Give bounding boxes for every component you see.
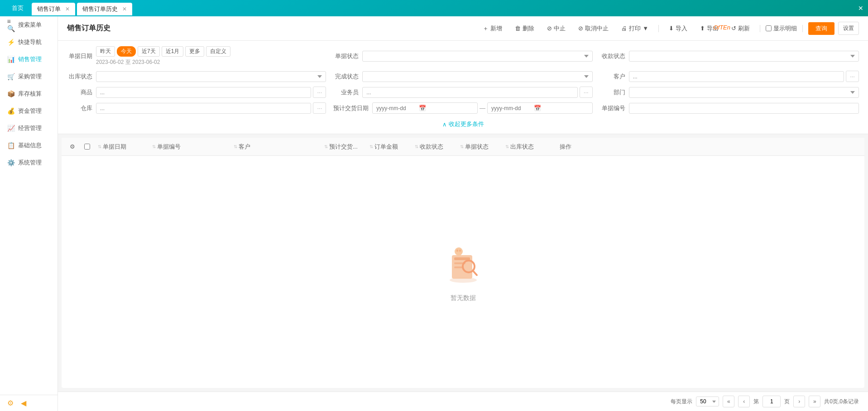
page-label-post: 页	[784, 398, 790, 406]
completion-status-select[interactable]	[362, 71, 592, 82]
sidebar-item-sys-mgmt[interactable]: ⚙️ 系统管理	[0, 154, 58, 171]
col-header-amount[interactable]: ⇅ 订单金额	[366, 143, 411, 151]
cancel-stop-button[interactable]: ⊘ 取消中止	[574, 22, 613, 35]
delivery-status-select[interactable]	[96, 71, 326, 82]
col-header-customer[interactable]: ⇅ 客户	[230, 143, 321, 151]
top-bar-right: ✕	[858, 5, 863, 12]
col-receipt-status-label: 收款状态	[420, 143, 443, 151]
display-detail-checkbox[interactable]	[766, 25, 772, 31]
delivery-date-start-input[interactable]	[376, 105, 417, 111]
date-quick-more[interactable]: 更多	[185, 46, 204, 57]
delivery-date-end-input[interactable]	[491, 105, 532, 111]
table-settings-btn[interactable]: ⚙	[65, 140, 80, 154]
sort-order-status-icon: ⇅	[460, 144, 464, 149]
page-number-input[interactable]	[762, 396, 781, 407]
salesperson-input[interactable]	[362, 87, 577, 98]
tab-sales-order-history[interactable]: 销售订单历史 ✕	[77, 3, 132, 15]
sidebar-item-purchase-mgmt[interactable]: 🛒 采购管理	[0, 68, 58, 85]
filter-receipt-status-control	[629, 51, 859, 62]
delivery-date-end-cal-icon[interactable]: 📅	[534, 105, 541, 111]
col-header-receipt-status[interactable]: ⇅ 收款状态	[411, 143, 456, 151]
sidebar-item-fund-mgmt[interactable]: 💰 资金管理	[0, 102, 58, 120]
customer-input[interactable]	[629, 71, 844, 82]
svg-line-6	[473, 271, 477, 275]
warehouse-picker-btn[interactable]: ···	[313, 102, 326, 114]
next-page-btn[interactable]: ›	[793, 396, 805, 407]
tab-sales-order-history-close[interactable]: ✕	[122, 6, 127, 12]
filter-customer: 客户 ···	[600, 71, 859, 82]
tab-sales-order[interactable]: 销售订单 ✕	[32, 3, 75, 15]
salesperson-picker-btn[interactable]: ···	[580, 87, 593, 98]
col-header-order-no[interactable]: ⇅ 单据编号	[149, 143, 230, 151]
warehouse-input[interactable]	[96, 103, 311, 114]
product-picker-btn[interactable]: ···	[313, 87, 326, 98]
date-quick-today[interactable]: 今天	[117, 46, 136, 57]
filter-collapse-row[interactable]: ∧ 收起更多条件	[67, 118, 859, 128]
filter-date: 单据日期 昨天 今天 近7天 近1月 更多 自定义 2023-06-02 至 2…	[67, 46, 326, 66]
sidebar-item-quick-nav-label: 快捷导航	[18, 38, 42, 46]
print-button[interactable]: 🖨 打印 ▼	[617, 22, 653, 35]
order-no-input[interactable]	[629, 103, 859, 114]
sidebar-item-search-menu[interactable]: ≡🔍 搜索菜单	[0, 16, 58, 34]
date-quick-custom[interactable]: 自定义	[206, 46, 230, 57]
page-header: 销售订单历史 ＋ 新增 🗑 删除 ⊘ 中止 ⊘ 取消中止	[58, 16, 868, 41]
select-all-checkbox[interactable]	[84, 144, 90, 150]
search-button[interactable]: 查询	[808, 22, 834, 35]
settings-button[interactable]: 设置	[838, 22, 859, 35]
last-page-btn[interactable]: »	[809, 396, 820, 407]
col-action-label: 操作	[560, 143, 571, 151]
date-quick-last1m[interactable]: 近1月	[162, 46, 184, 57]
delete-button[interactable]: 🗑 删除	[510, 22, 539, 35]
sidebar-collapse-icon[interactable]: ◀	[21, 399, 26, 407]
receipt-status-select[interactable]	[629, 51, 859, 62]
stop-button[interactable]: ⊘ 中止	[542, 22, 570, 35]
total-info: 共0页,0条记录	[824, 398, 859, 406]
toolbar-divider-1	[658, 25, 659, 32]
sort-order-no-icon: ⇅	[152, 144, 156, 149]
sidebar-item-sales-mgmt[interactable]: 📊 销售管理	[0, 51, 58, 68]
filter-warehouse-label: 仓库	[67, 104, 92, 112]
sidebar-item-ops-mgmt[interactable]: 📈 经营管理	[0, 120, 58, 137]
first-page-btn[interactable]: «	[723, 396, 734, 407]
filter-product: 商品 ···	[67, 87, 326, 98]
import-button[interactable]: ⬇ 导入	[664, 22, 692, 35]
filter-customer-control: ···	[629, 71, 859, 82]
empty-illustration	[441, 242, 486, 287]
sort-receipt-status-icon: ⇅	[415, 144, 418, 149]
delivery-date-start-cal-icon[interactable]: 📅	[419, 105, 426, 111]
new-button[interactable]: ＋ 新增	[478, 22, 507, 35]
display-detail-toggle[interactable]: 显示明细	[766, 24, 797, 33]
tab-sales-order-close[interactable]: ✕	[65, 6, 70, 12]
date-quick-yesterday[interactable]: 昨天	[96, 46, 115, 57]
window-close-btn[interactable]: ✕	[858, 5, 863, 12]
filter-order-status-label: 单据状态	[333, 52, 359, 60]
customer-picker-btn[interactable]: ···	[846, 71, 859, 82]
main-layout: ≡🔍 搜索菜单 ⚡ 快捷导航 📊 销售管理 🛒 采购管理 📦 库存核算 💰 资金…	[0, 16, 868, 411]
filter-department-label: 部门	[600, 88, 625, 97]
col-header-order-status[interactable]: ⇅ 单据状态	[456, 143, 502, 151]
stop-label: 中止	[554, 24, 566, 33]
sidebar-item-ops-mgmt-label: 经营管理	[18, 124, 42, 132]
sidebar-settings-icon[interactable]: ⚙	[7, 399, 14, 407]
sidebar-item-quick-nav[interactable]: ⚡ 快捷导航	[0, 34, 58, 51]
sort-delivery-status-icon: ⇅	[505, 144, 509, 149]
per-page-select[interactable]: 50 10 20 100	[696, 396, 719, 406]
date-range-dash: —	[480, 105, 485, 111]
tab-home[interactable]: 首页	[5, 0, 31, 16]
table-header-row: ⚙ ⇅ 单据日期 ⇅ 单据编号 ⇅ 客户 ⇅	[62, 138, 864, 156]
refresh-button[interactable]: ↺ 刷新	[727, 22, 754, 35]
prev-page-btn[interactable]: ‹	[738, 396, 750, 407]
order-status-select[interactable]	[362, 51, 592, 62]
col-header-delivery[interactable]: ⇅ 预计交货...	[321, 143, 366, 151]
export-icon: ⬆	[700, 25, 705, 32]
sidebar-item-basic-info-label: 基础信息	[18, 141, 42, 150]
product-input[interactable]	[96, 87, 311, 98]
sidebar-item-basic-info[interactable]: 📋 基础信息	[0, 137, 58, 154]
col-header-date[interactable]: ⇅ 单据日期	[94, 143, 149, 151]
filter-order-status: 单据状态	[333, 51, 592, 62]
col-header-delivery-status[interactable]: ⇅ 出库状态	[502, 143, 556, 151]
department-select[interactable]	[629, 87, 859, 98]
sidebar-item-inventory-calc[interactable]: 📦 库存核算	[0, 85, 58, 102]
date-quick-last7[interactable]: 近7天	[138, 46, 160, 57]
page-label-pre: 第	[753, 398, 759, 406]
